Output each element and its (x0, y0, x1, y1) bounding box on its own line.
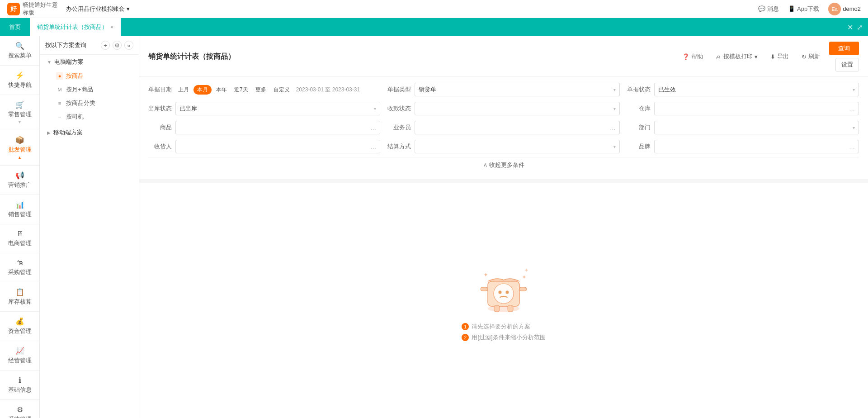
query-button[interactable]: 查询 (829, 42, 859, 55)
sidebar-item-inventory[interactable]: 📋 库存核算 (0, 282, 39, 312)
doc-type-label: 单据类型 (387, 86, 415, 94)
settings-button[interactable]: 设置 (835, 58, 859, 71)
out-status-label: 出库状态 (148, 104, 175, 113)
out-status-select[interactable]: 已出库 ▾ (175, 102, 380, 115)
sidebar-item-operations[interactable]: 📈 经营管理 (0, 341, 39, 370)
last7-btn[interactable]: 近7天 (231, 85, 251, 95)
sidebar-item-sales[interactable]: 📊 销售管理 (0, 195, 39, 224)
payment-method-label: 结算方式 (387, 142, 415, 151)
user-area[interactable]: Ea demo2 (828, 3, 861, 15)
refresh-button[interactable]: ↻ 刷新 (798, 51, 824, 62)
goods-select[interactable]: … (175, 121, 380, 134)
department-label: 部门 (627, 124, 654, 132)
sidebar-item-system[interactable]: ⚙ 系统管理 (0, 400, 39, 418)
empty-illustration: ✦ ✦ ✦ (474, 256, 533, 315)
this-year-btn[interactable]: 本年 (213, 85, 230, 95)
tree-mobile-arrow-icon: ▶ (47, 130, 51, 135)
hint-number-2: 2 (462, 334, 469, 341)
warehouse-label: 仓库 (627, 104, 654, 113)
date-label: 单据日期 (148, 86, 175, 94)
filter-cell-payment-method: 结算方式 ▾ (387, 140, 627, 153)
department-select[interactable]: ▾ (654, 121, 859, 134)
salesperson-select[interactable]: … (415, 121, 619, 134)
empty-text: 1 请先选择要分析的方案 2 用[过滤]条件来缩小分析范围 (462, 323, 545, 344)
this-month-btn[interactable]: 本月 (193, 85, 212, 95)
expand-window-icon[interactable]: ⤢ (857, 23, 863, 32)
svg-rect-5 (481, 287, 488, 291)
scheme-category-icon: ≡ (56, 100, 63, 107)
goods-dots-icon[interactable]: … (370, 124, 376, 131)
department-caret-icon: ▾ (853, 125, 855, 130)
workspace-selector[interactable]: 办公用品行业模拟账套 ▾ (62, 5, 133, 13)
app-download-button[interactable]: 📱 App下载 (788, 5, 819, 13)
left-panel-title: 按以下方案查询 (45, 41, 86, 49)
custom-btn[interactable]: 自定义 (271, 85, 292, 95)
expand-arrow-icon2: ▲ (18, 155, 22, 160)
left-panel-actions: + ⚙ « (101, 41, 133, 50)
sidebar-item-wholesale[interactable]: 📦 批发管理 ▲ (0, 130, 39, 166)
empty-hint-2: 2 用[过滤]条件来缩小分析范围 (462, 333, 545, 342)
export-button[interactable]: ⬇ 导出 (767, 51, 793, 62)
settings-scheme-button[interactable]: ⚙ (113, 41, 122, 50)
retail-icon: 🛒 (15, 100, 24, 109)
receiver-dots-icon[interactable]: … (370, 143, 376, 150)
sales-icon: 📊 (15, 200, 24, 209)
filter-row-4: 收货人 … 结算方式 ▾ 品牌 (148, 140, 859, 153)
sidebar-item-purchase[interactable]: 🛍 采购管理 (0, 253, 39, 282)
tree-item-by-driver[interactable]: ≡ 按司机 (40, 110, 139, 124)
svg-text:✦: ✦ (522, 274, 527, 280)
add-scheme-button[interactable]: + (101, 41, 110, 50)
last-month-btn[interactable]: 上月 (175, 85, 192, 95)
filter-row-1: 单据日期 上月 本月 本年 近7天 更多 自定义 2023-03-01 至 20… (148, 83, 859, 96)
payment-status-select[interactable]: ▾ (415, 102, 619, 115)
date-range-display: 2023-03-01 至 2023-03-31 (296, 86, 360, 94)
tree-desktop-header[interactable]: ▼ 电脑端方案 (40, 55, 139, 69)
doc-type-select[interactable]: 销货单 ▾ (415, 83, 619, 96)
warehouse-select[interactable]: … (654, 102, 859, 115)
svg-rect-7 (494, 305, 500, 312)
filter-cell-department: 部门 ▾ (627, 121, 859, 134)
collapse-panel-button[interactable]: « (124, 41, 133, 50)
sidebar-item-retail[interactable]: 🛒 零售管理 ▼ (0, 95, 39, 130)
settings-icon: ⚙ (114, 42, 120, 49)
refresh-icon: ↻ (802, 53, 807, 60)
tabbar: 首页 销货单统计计表（按商品） × ✕ ⤢ (0, 18, 868, 36)
tree-item-by-goods[interactable]: ● 按商品 (40, 69, 139, 83)
salesperson-dots-icon[interactable]: … (610, 124, 616, 131)
brand-select[interactable]: … (654, 140, 859, 153)
svg-rect-8 (508, 305, 513, 312)
collapse-filters-button[interactable]: ∧ 收起更多条件 (148, 157, 859, 173)
filter-cell-doc-type: 单据类型 销货单 ▾ (387, 83, 627, 96)
tab-home[interactable]: 首页 (0, 18, 30, 36)
tree-item-by-month-goods[interactable]: M 按月+商品 (40, 83, 139, 96)
svg-point-2 (494, 284, 514, 304)
template-print-button[interactable]: 🖨 按模板打印 ▾ (712, 51, 761, 62)
help-button[interactable]: ❓ 帮助 (679, 51, 707, 62)
sidebar-item-ecommerce[interactable]: 🖥 电商管理 (0, 224, 39, 253)
close-window-icon[interactable]: ✕ (847, 23, 853, 32)
page-title: 销货单统计计表（按商品） (148, 52, 235, 62)
payment-method-select[interactable]: ▾ (415, 140, 619, 153)
more-btn[interactable]: 更多 (253, 85, 269, 95)
tab-active[interactable]: 销货单统计计表（按商品） × (30, 18, 121, 36)
wholesale-icon: 📦 (15, 136, 24, 144)
message-button[interactable]: 💬 消息 (758, 5, 779, 13)
sidebar-item-search[interactable]: 🔍 搜索菜单 (0, 36, 39, 66)
svg-point-3 (499, 291, 502, 294)
sidebar-item-basic-info[interactable]: ℹ 基础信息 (0, 370, 39, 400)
sidebar-item-marketing[interactable]: 📢 营销推广 (0, 166, 39, 195)
tree-item-by-goods-category[interactable]: ≡ 按商品分类 (40, 96, 139, 110)
tab-close-button[interactable]: × (110, 24, 113, 30)
sidebar-item-finance[interactable]: 💰 资金管理 (0, 312, 39, 341)
empty-hint-1: 1 请先选择要分析的方案 (462, 323, 545, 331)
doc-status-select[interactable]: 已生效 ▾ (654, 83, 859, 96)
warehouse-dots-icon[interactable]: … (849, 105, 855, 112)
date-quick-buttons: 上月 本月 本年 近7天 更多 自定义 2023-03-01 至 2023-03… (175, 85, 380, 95)
brand-dots-icon[interactable]: … (849, 143, 855, 150)
page-actions: ❓ 帮助 🖨 按模板打印 ▾ ⬇ 导出 ↻ 刷新 查询 (679, 42, 859, 71)
receiver-select[interactable]: … (175, 140, 380, 153)
tree-mobile-header[interactable]: ▶ 移动端方案 (40, 125, 139, 140)
sidebar-item-quick-nav[interactable]: ⚡ 快捷导航 (0, 66, 39, 95)
filter-row-2: 出库状态 已出库 ▾ 收款状态 ▾ 仓库 (148, 102, 859, 115)
avatar: Ea (828, 3, 841, 15)
